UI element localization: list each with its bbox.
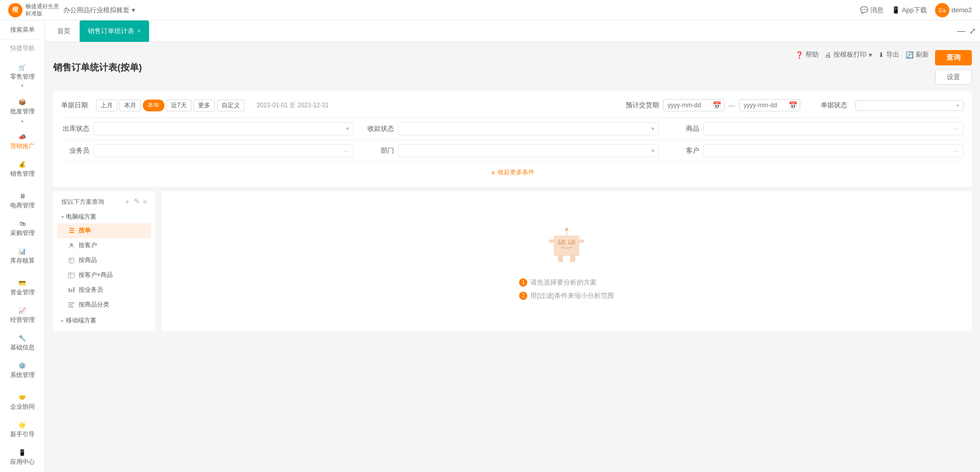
scheme-item-by-goods-category[interactable]: 按商品分类 [57,297,151,312]
refresh-button[interactable]: 🔄 刷新 [905,50,929,59]
tab-sales-order-stats[interactable]: 销售订单统计表 × [80,20,149,42]
goods-select[interactable]: ··· [703,122,964,135]
scheme-item-by-goods[interactable]: 按商品 [57,253,151,268]
svg-rect-10 [558,240,565,245]
scheme-pc-section: ▾ 电脑端方案 ☰ 按单 按客户 [57,210,151,312]
svg-point-13 [570,240,572,242]
print-icon: 🖨 [825,51,831,59]
date-start-wrapper: 📅 [663,99,724,111]
date-btn-last-month[interactable]: 上月 [96,100,117,111]
ship-status-arrow-icon: ▾ [346,125,349,132]
empty-tips: 1 请先选择要分析的方案 2 用[过滤]条件来缩小分析范围 [519,276,614,302]
message-button[interactable]: 💬 消息 [860,6,884,15]
customer-select[interactable]: ··· [703,144,964,157]
page-header-actions: ❓ 帮助 🖨 按模板打印 ▾ ⬇ 导出 🔄 [795,50,972,85]
help-button[interactable]: ❓ 帮助 [795,50,819,59]
scheme-mobile-section-header[interactable]: ▸ 移动端方案 [57,314,151,327]
payment-status-label: 收款状态 [366,124,394,133]
sidebar-item-basics[interactable]: 🔧 基础信息 [0,329,44,357]
sidebar-search[interactable]: 搜索菜单 [0,20,44,40]
sidebar-item-wholesale[interactable]: 📦 批发管理 ▴ [0,93,44,128]
sidebar-item-inventory[interactable]: 📊 库存核算 [0,243,44,270]
date-btn-more[interactable]: 更多 [193,100,215,111]
date-btn-this-year[interactable]: 本年 [143,100,164,111]
date-btn-custom[interactable]: 自定义 [217,100,244,111]
top-bar: 橙 畅捷通好生意 标准版 办公用品行业模拟账套 ▾ 💬 消息 📱 App下载 E… [0,0,980,20]
query-button[interactable]: 查询 [935,50,972,65]
mobile-section-arrow-icon: ▸ [61,318,64,323]
ship-status-label: 出库状态 [61,124,89,133]
by-goods-icon [67,256,76,265]
by-goods-category-icon [67,301,76,309]
breadcrumb-text: 办公用品行业模拟账套 [63,6,130,15]
sidebar-item-marketing[interactable]: 📣 营销推广 [0,128,44,156]
tip-num-2: 2 [519,292,527,300]
breadcrumb-arrow-icon: ▾ [132,6,135,14]
sidebar-item-purchase[interactable]: 🛍 采购管理 [0,215,44,243]
ship-status-filter: 出库状态 ▾ [61,122,354,135]
date-filter-item: 单据日期 上月 本月 本年 近7天 更多 自定义 [61,100,244,111]
date-btn-7days[interactable]: 近7天 [166,100,191,111]
pc-section-arrow-icon: ▾ [61,214,64,220]
ship-status-select[interactable]: ▾ [93,122,354,135]
filter-divider-3 [61,161,964,162]
user-menu[interactable]: Ea demo2 [935,3,972,17]
dept-select[interactable]: ▾ [398,144,658,157]
tab-close-button[interactable]: × [137,28,141,34]
sales-rep-select[interactable]: ··· [93,144,354,157]
settings-button[interactable]: 设置 [935,69,972,85]
sales-rep-more-icon: ··· [344,147,349,154]
sidebar-item-enterprise[interactable]: 🤝 企业协同 [0,389,44,416]
app-download-button[interactable]: 📱 App下载 [892,6,927,15]
empty-tip-1: 1 请先选择要分析的方案 [519,276,614,289]
system-icon: ⚙️ [18,362,26,369]
avatar: Ea [935,3,949,17]
logo-area: 橙 畅捷通好生意 标准版 [8,3,59,17]
inventory-icon: 📊 [18,248,26,255]
date-btn-this-month[interactable]: 本月 [119,100,141,111]
date-end-wrapper: 📅 [739,99,800,111]
scheme-item-by-customer-goods[interactable]: 按客户+商品 [57,268,151,282]
newbie-icon: 🌟 [18,421,26,429]
sidebar-item-system[interactable]: ⚙️ 系统管理 [0,357,44,385]
scheme-pc-section-header[interactable]: ▾ 电脑端方案 [57,210,151,223]
sidebar-item-sales[interactable]: 💰 销售管理 [0,156,44,183]
edit-scheme-icon[interactable]: ✎ [134,197,140,206]
payment-status-select[interactable]: ▾ [398,122,658,135]
tab-home[interactable]: 首页 [49,20,79,42]
customer-label: 客户 [671,146,699,155]
sidebar-item-retail[interactable]: 🛒 零售管理 ▾ [0,59,44,93]
page-content: 销售订单统计表(按单) ❓ 帮助 🖨 按模板打印 ▾ ⬇ [45,42,980,472]
calendar-end-icon: 📅 [789,101,797,109]
window-minimize-button[interactable]: — [957,27,965,36]
message-icon: 💬 [860,6,868,14]
svg-rect-11 [568,240,575,245]
breadcrumb[interactable]: 办公用品行业模拟账套 ▾ [63,6,135,15]
filter-row-1: 单据日期 上月 本月 本年 近7天 更多 自定义 2023-01-01 至 20… [61,99,964,111]
scheme-mobile-section: ▸ 移动端方案 [57,314,151,327]
sidebar-item-apps[interactable]: 📱 应用中心 [0,444,44,471]
date-range-text: 2023-01-01 至 2023-12-31 [257,101,329,110]
filter-divider-2 [61,139,964,140]
window-maximize-button[interactable]: ⤢ [969,26,976,36]
scheme-item-by-sales-rep[interactable]: 按业务员 [57,282,151,297]
sidebar-item-newbie[interactable]: 🌟 新手引导 [0,416,44,444]
main-layout: 搜索菜单 快捷导航 🛒 零售管理 ▾ 📦 批发管理 ▴ 📣 营销推广 💰 销售管… [0,20,980,472]
print-template-button[interactable]: 🖨 按模板打印 ▾ [825,50,872,59]
order-status-select[interactable]: ▾ [855,100,964,111]
sidebar-item-operations[interactable]: 📈 经营管理 [0,302,44,329]
goods-label: 商品 [671,124,699,133]
ecom-icon: 🖥 [19,193,26,200]
sidebar-item-finance[interactable]: 💳 资金管理 [0,274,44,302]
order-status-arrow-icon: ▾ [957,103,959,108]
collapse-button[interactable]: ∧ 收起更多条件 [61,166,964,179]
collapse-scheme-icon[interactable]: « [143,197,147,206]
sidebar-quick-nav[interactable]: 快捷导航 [0,40,44,55]
by-sales-rep-icon [67,286,76,294]
sidebar-item-ecom[interactable]: 🖥 电商管理 [0,187,44,215]
tip-num-1: 1 [519,278,527,287]
export-button[interactable]: ⬇ 导出 [878,50,899,59]
scheme-item-by-customer[interactable]: 按客户 [57,238,151,253]
scheme-item-by-order[interactable]: ☰ 按单 [57,223,151,238]
add-scheme-icon[interactable]: ＋ [124,197,131,206]
